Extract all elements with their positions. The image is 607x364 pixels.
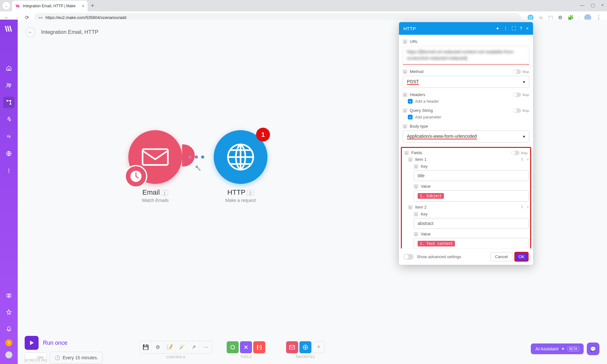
chevron-down-icon[interactable]: ⌄ [408,157,413,162]
sidebar-notifications-icon[interactable] [3,323,15,334]
cancel-button[interactable]: Cancel [490,252,512,261]
svg-point-3 [10,100,11,102]
sidebar-docs-icon[interactable] [3,290,15,301]
chevron-down-icon[interactable]: ⌄ [403,108,407,113]
ok-button[interactable]: OK [514,252,529,262]
tab-search-icon[interactable]: ⌄ [3,2,10,9]
advanced-toggle[interactable]: Show advanced settings [403,254,488,260]
sidebar-scenarios-icon[interactable] [3,97,15,108]
map-toggle[interactable]: Map [513,108,529,113]
panel-expand-icon[interactable]: ⛶ [512,26,516,31]
fields-label: Fields [411,150,509,155]
settings-icon[interactable]: ⚙ [152,341,164,353]
query-label: Query String [410,108,510,113]
minimize-icon[interactable]: — [580,3,585,8]
node-http[interactable]: 1 HTTP2 Make a request [214,130,267,203]
sidebar-user-avatar[interactable] [5,351,12,358]
sidebar-webhooks-icon[interactable] [3,148,15,159]
explain-icon[interactable]: ↗ [188,341,200,353]
url-input[interactable]: https://[blurred-url-redacted-content-no… [403,46,529,64]
chevron-down-icon[interactable]: ⌄ [408,205,413,209]
clock-small-icon: 🕐 [55,355,60,360]
add-header-button[interactable]: +Add a header [403,99,529,104]
method-label: Method [410,69,510,74]
svg-point-8 [9,172,9,173]
value-input-1[interactable]: 1. Subject [414,190,529,202]
sidebar-whatsnew-icon[interactable] [3,306,15,318]
close-window-icon[interactable]: × [601,3,604,8]
remove-item-icon[interactable]: × [527,157,529,162]
make-logo-icon[interactable] [5,25,13,32]
bottom-bar: Run once OFF 🕐Every 15 minutes. SCHEDULI… [18,336,607,364]
panel-help-icon[interactable]: ? [520,26,522,31]
chevron-down-icon[interactable]: ⌄ [414,184,418,189]
back-button[interactable]: ← [25,27,35,37]
tool-flow-icon[interactable] [227,341,239,353]
tab-close-icon[interactable]: × [82,3,84,9]
field-item-1: ⌄Item 1⠿× ⌄Key ⌄Value1. Subject [403,157,529,202]
chevron-down-icon[interactable]: ⌄ [414,164,418,169]
sidebar-connections-icon[interactable] [3,131,15,142]
chevron-down-icon[interactable]: ⌄ [403,70,407,74]
method-select[interactable]: POST▾ [403,76,529,88]
node-email[interactable]: Email1 Watch Emails [128,130,182,203]
window-controls: — ▢ × [580,3,604,8]
map-toggle[interactable]: Map [511,151,528,155]
panel-footer: Show advanced settings Cancel OK [399,248,533,265]
panel-magic-icon[interactable]: ✦ [496,26,500,31]
fav-http-icon[interactable] [299,341,311,353]
sidebar-help-icon[interactable]: ? [5,339,12,346]
tab-title: Integration Email, HTTP | Make [23,4,76,8]
chevron-down-icon[interactable]: ⌄ [414,232,418,236]
chevron-down-icon[interactable]: ⌄ [414,212,418,216]
map-toggle[interactable]: Map [513,93,529,97]
favorites-group: + [286,341,325,353]
remove-item-icon[interactable]: × [527,205,529,209]
drag-icon[interactable]: ⠿ [521,157,524,162]
site-info-icon[interactable]: ⊶ [39,15,42,20]
key-input-1[interactable] [414,170,529,181]
wrench-icon[interactable]: 🔧 [195,165,201,171]
panel-close-icon[interactable]: × [526,26,529,31]
fav-email-icon[interactable] [286,341,298,353]
drag-icon[interactable]: ⠿ [521,205,524,209]
more-controls-icon[interactable]: ⋯ [200,341,212,353]
chevron-down-icon[interactable]: ⌄ [403,39,407,44]
svg-point-1 [9,84,11,86]
http-config-panel: HTTP ✦ ⋮ ⛶ ? × ⌄URL https://[blurred-url… [399,22,533,265]
add-parameter-button[interactable]: +Add parameter [403,115,529,119]
schedule-pill[interactable]: 🕐Every 15 minutes. [50,352,103,364]
body-type-select[interactable]: Application/x-www-form-urlencoded▾ [403,130,529,143]
ai-assistant-button[interactable]: AI Assistant ✦ BETA [531,343,584,354]
sidebar-team-icon[interactable] [3,80,15,91]
save-icon[interactable]: 💾 [140,341,152,353]
ai-chat-button[interactable]: 💬 [587,343,599,355]
svg-point-2 [7,100,8,102]
maximize-icon[interactable]: ▢ [591,3,595,8]
map-toggle[interactable]: Map [513,70,529,74]
chevron-down-icon[interactable]: ⌄ [403,93,407,97]
connector-dots [188,155,204,159]
tool-text-icon[interactable]: [·] [253,341,265,353]
sidebar-home-icon[interactable] [3,63,15,74]
value-input-2[interactable]: 1. Text content [414,238,529,248]
body-type-label: Body type [410,124,529,129]
favorites-label: FAVORITES [296,355,315,359]
browser-tab[interactable]: Integration Email, HTTP | Make × [12,1,88,11]
chevron-down-icon[interactable]: ⌄ [403,124,407,129]
new-tab-button[interactable]: + [91,3,94,9]
sidebar-templates-icon[interactable] [3,114,15,125]
chevron-down-icon[interactable]: ⌄ [404,151,409,155]
key-input-2[interactable] [414,218,529,229]
add-favorite-button[interactable]: + [313,341,325,353]
sidebar-more-icon[interactable] [3,165,15,176]
run-button[interactable] [25,336,39,350]
svg-point-7 [9,170,9,171]
panel-menu-icon[interactable]: ⋮ [503,26,508,31]
chevron-down-icon: ▾ [523,79,525,84]
notes-icon[interactable]: 📝 [164,341,176,353]
scenario-title[interactable]: Integration Email, HTTP [41,29,98,35]
url-label: URL [410,39,529,44]
tool-tools-icon[interactable] [240,341,252,353]
align-icon[interactable]: 🪄 [176,341,188,353]
